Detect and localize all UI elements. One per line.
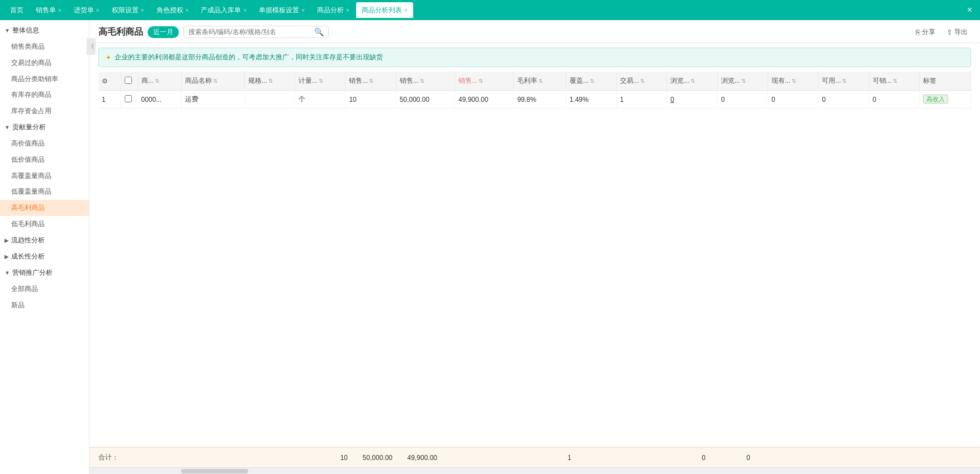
sidebar-item-in-stock-goods[interactable]: 有库存的商品 [0,87,89,103]
col-spec: 规格...⇅ [244,72,295,91]
sidebar-item-all-goods[interactable]: 全部商品 [0,281,89,297]
tab-home[interactable]: 首页 [4,2,29,18]
sort-icon[interactable]: ⇅ [842,78,846,84]
cell-views2: 0 [717,91,768,109]
close-icon[interactable]: × [58,7,61,13]
tab-permission-settings[interactable]: 权限设置 × [106,2,150,18]
table-body: 1 0000... 运费 个 10 50,000.00 49,900.00 99… [98,91,971,109]
sort-icon[interactable]: ⇅ [420,78,424,84]
sidebar-item-sales-goods[interactable]: 销售类商品 [0,39,89,55]
search-icon[interactable]: 🔍 [314,27,324,36]
chevron-right-icon: ▶ [4,254,9,260]
close-icon[interactable]: × [243,7,247,13]
close-icon[interactable]: × [96,7,100,13]
sort-icon[interactable]: ⇅ [268,78,273,84]
sidebar-group-overall[interactable]: ▼ 整体信息 [0,22,89,39]
cell-views1[interactable]: 0 [667,91,717,109]
sort-icon[interactable]: ⇅ [893,78,897,84]
col-sales2: 销售...⇅ [396,72,455,91]
col-sales3: 销售...⇅ [455,72,513,91]
content-header: 高毛利商品 近一月 🔍 ⎘ 分享 ⇧ 导出 [89,20,980,43]
cell-index: 1 [98,91,121,109]
tab-template-settings[interactable]: 单据模板设置 × [253,2,310,18]
cell-stock2: 0 [818,91,869,109]
search-box: 🔍 [183,26,329,38]
select-all-checkbox[interactable] [125,77,132,84]
cell-unit: 个 [295,91,345,109]
sidebar-item-stock-fund[interactable]: 库存资金占用 [0,103,89,119]
search-input[interactable] [188,28,312,36]
sidebar-item-high-value[interactable]: 高价值商品 [0,135,89,152]
sidebar-item-low-value[interactable]: 低价值商品 [0,152,89,168]
sidebar-item-category-rate[interactable]: 商品分类助销率 [0,71,89,87]
sidebar-group-trend[interactable]: ▶ 流趋性分析 [0,232,89,248]
col-settings[interactable]: ⚙ [98,72,121,91]
col-checkbox[interactable] [121,72,138,91]
sort-icon[interactable]: ⇅ [640,78,645,84]
footer-cells: 10 50,000.00 49,900.00 1 0 0 [127,454,971,462]
col-tag: 标签 [920,72,971,91]
sort-icon[interactable]: ⇅ [155,78,159,84]
filter-recent-month-button[interactable]: 近一月 [148,26,179,38]
sidebar-collapse-button[interactable]: 《 [87,38,96,55]
col-gross-rate: 毛利率⇅ [514,72,566,91]
sort-icon[interactable]: ⇅ [538,78,543,84]
sort-icon[interactable]: ⇅ [792,78,796,84]
export-button[interactable]: ⇧ 导出 [943,26,971,38]
sidebar-group-growth[interactable]: ▶ 成长性分析 [0,248,89,265]
sort-icon[interactable]: ⇅ [741,78,746,84]
tab-purchase-order[interactable]: 进货单 × [68,2,105,18]
sidebar-item-low-gross[interactable]: 低毛利商品 [0,216,89,232]
chevron-down-icon: ▼ [4,270,10,276]
total-label: 合计： [98,453,119,462]
sidebar-item-traded-goods[interactable]: 交易过的商品 [0,55,89,71]
sidebar-item-low-coverage[interactable]: 低覆盖量商品 [0,184,89,200]
close-all-tabs[interactable]: × [964,5,976,15]
export-icon: ⇧ [946,28,953,36]
sort-icon[interactable]: ⇅ [369,78,373,84]
horizontal-scrollbar[interactable] [89,467,980,474]
cell-code: 0000... [138,91,182,109]
cell-stock3: 0 [869,91,919,109]
col-coverage: 覆盖...⇅ [566,72,616,91]
close-icon[interactable]: × [301,7,305,13]
col-stock2: 可用...⇅ [818,72,869,91]
tab-product-warehouse[interactable]: 产成品入库单 × [195,2,252,18]
table-container: ⚙ 商...⇅ 商品名称⇅ 规格...⇅ 计量...⇅ 销售...⇅ 销售...… [89,72,980,447]
col-stock3: 可销...⇅ [869,72,919,91]
share-button[interactable]: ⎘ 分享 [912,26,939,38]
main-layout: ▼ 整体信息 销售类商品 交易过的商品 商品分类助销率 有库存的商品 库存资金占… [0,20,980,474]
row-checkbox[interactable] [125,95,132,102]
sort-icon[interactable]: ⇅ [319,78,323,84]
tab-product-analysis[interactable]: 商品分析 × [311,2,355,18]
sidebar-item-new-goods[interactable]: 新品 [0,297,89,313]
tab-sales-order[interactable]: 销售单 × [30,2,67,18]
close-icon[interactable]: × [186,7,189,13]
sidebar-group-contribution[interactable]: ▼ 贡献量分析 [0,119,89,135]
chevron-down-icon: ▼ [4,27,10,34]
cell-spec [244,91,295,109]
sidebar-item-high-coverage[interactable]: 高覆盖量商品 [0,168,89,184]
footer-stock1: 0 [664,454,709,462]
tab-role-auth[interactable]: 角色授权 × [151,2,195,18]
cell-stock1: 0 [768,91,818,109]
tab-product-analysis-list[interactable]: 商品分析列表 × [356,2,413,18]
sort-icon[interactable]: ⇅ [479,78,483,84]
cell-sales2: 50,000.00 [396,91,455,109]
footer-sales1: 10 [306,454,351,462]
sort-icon[interactable]: ⇅ [213,78,217,84]
sort-icon[interactable]: ⇅ [690,78,695,84]
scrollbar-thumb[interactable] [181,469,248,473]
close-icon[interactable]: × [141,7,144,13]
col-views1: 浏览...⇅ [667,72,717,91]
close-icon[interactable]: × [404,7,408,13]
sidebar-item-high-gross[interactable]: 高毛利商品 [0,200,89,216]
sort-icon[interactable]: ⇅ [590,78,594,84]
sidebar-group-marketing[interactable]: ▼ 营销推广分析 [0,265,89,281]
col-sales1: 销售...⇅ [345,72,396,91]
footer-cell-empty1 [127,454,217,462]
cell-checkbox[interactable] [121,91,138,109]
close-icon[interactable]: × [346,7,349,13]
footer-empty-views1 [575,454,619,462]
page-title: 高毛利商品 [98,26,143,38]
